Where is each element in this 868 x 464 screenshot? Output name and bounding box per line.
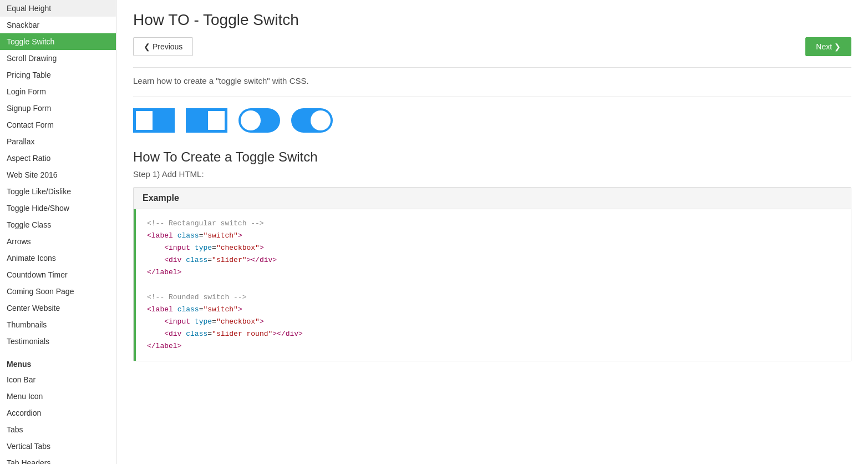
code-line-10: </label> (147, 340, 840, 352)
code-line-5: </label> (147, 266, 840, 279)
sidebar-item-testimonials[interactable]: Testimonials (0, 333, 116, 350)
menus-section-header: Menus (0, 354, 116, 371)
example-box: Example <!-- Rectangular switch --> <lab… (133, 187, 851, 361)
code-line-7: <label class="switch"> (147, 304, 840, 316)
step1-label: Step 1) Add HTML: (133, 169, 851, 179)
sidebar-item-arrows[interactable]: Arrows (0, 233, 116, 250)
sidebar-item-icon-bar[interactable]: Icon Bar (0, 371, 116, 388)
code-line-1: <!-- Rectangular switch --> (147, 218, 840, 230)
description: Learn how to create a "toggle switch" wi… (133, 76, 851, 85)
sidebar-item-animate-icons[interactable]: Animate Icons (0, 250, 116, 266)
sidebar-item-toggle-like-dislike[interactable]: Toggle Like/Dislike (0, 183, 116, 200)
code-line-8: <input type="checkbox"> (147, 316, 840, 328)
main-content: How TO - Toggle Switch ❮ Previous Next ❯… (116, 0, 868, 464)
divider-1 (133, 67, 851, 68)
sidebar-item-contact-form[interactable]: Contact Form (0, 117, 116, 133)
sidebar-item-accordion[interactable]: Accordion (0, 405, 116, 421)
sidebar-items-list: Equal HeightSnackbarToggle SwitchScroll … (0, 0, 116, 350)
sidebar: Equal HeightSnackbarToggle SwitchScroll … (0, 0, 116, 464)
code-line-4: <div class="slider"></div> (147, 254, 840, 266)
sidebar-item-coming-soon-page[interactable]: Coming Soon Page (0, 283, 116, 300)
sidebar-item-toggle-class[interactable]: Toggle Class (0, 216, 116, 233)
sidebar-item-login-form[interactable]: Login Form (0, 83, 116, 100)
sidebar-item-signup-form[interactable]: Signup Form (0, 100, 116, 117)
sidebar-item-scroll-drawing[interactable]: Scroll Drawing (0, 50, 116, 67)
toggle-round-off[interactable] (238, 108, 280, 133)
sidebar-item-menu-icon[interactable]: Menu Icon (0, 388, 116, 405)
sidebar-item-pricing-table[interactable]: Pricing Table (0, 67, 116, 83)
sidebar-item-parallax[interactable]: Parallax (0, 133, 116, 150)
example-code: <!-- Rectangular switch --> <label class… (134, 209, 851, 361)
divider-2 (133, 97, 851, 97)
code-line-6: <!-- Rounded switch --> (147, 291, 840, 304)
next-button[interactable]: Next ❯ (805, 37, 851, 56)
code-line-2: <label class="switch"> (147, 230, 840, 242)
sidebar-item-center-website[interactable]: Center Website (0, 300, 116, 316)
sidebar-item-equal-height[interactable]: Equal Height (0, 0, 116, 17)
toggle-demo-area (133, 108, 851, 133)
sidebar-item-snackbar[interactable]: Snackbar (0, 17, 116, 33)
sidebar-item-vertical-tabs[interactable]: Vertical Tabs (0, 438, 116, 455)
sidebar-menu-items-list: Icon BarMenu IconAccordionTabsVertical T… (0, 371, 116, 464)
sidebar-item-toggle-switch[interactable]: Toggle Switch (0, 33, 116, 50)
sidebar-item-web-site-2016[interactable]: Web Site 2016 (0, 167, 116, 183)
sidebar-item-toggle-hide-show[interactable]: Toggle Hide/Show (0, 200, 116, 216)
code-line-9: <div class="slider round"></div> (147, 328, 840, 340)
example-header: Example (134, 188, 851, 209)
nav-buttons: ❮ Previous Next ❯ (133, 37, 851, 56)
toggle-rect-on[interactable] (186, 108, 227, 133)
toggle-round-on[interactable] (291, 108, 333, 133)
code-line-3: <input type="checkbox"> (147, 242, 840, 254)
sidebar-item-tab-headers[interactable]: Tab Headers (0, 455, 116, 464)
page-title: How TO - Toggle Switch (133, 11, 851, 29)
sidebar-item-thumbnails[interactable]: Thumbnails (0, 316, 116, 333)
sidebar-item-countdown-timer[interactable]: Countdown Timer (0, 266, 116, 283)
code-line-blank (147, 279, 840, 291)
sidebar-item-aspect-ratio[interactable]: Aspect Ratio (0, 150, 116, 167)
sidebar-item-tabs[interactable]: Tabs (0, 421, 116, 438)
toggle-rect-off[interactable] (133, 108, 175, 133)
section-title: How To Create a Toggle Switch (133, 149, 851, 165)
prev-button[interactable]: ❮ Previous (133, 37, 193, 56)
